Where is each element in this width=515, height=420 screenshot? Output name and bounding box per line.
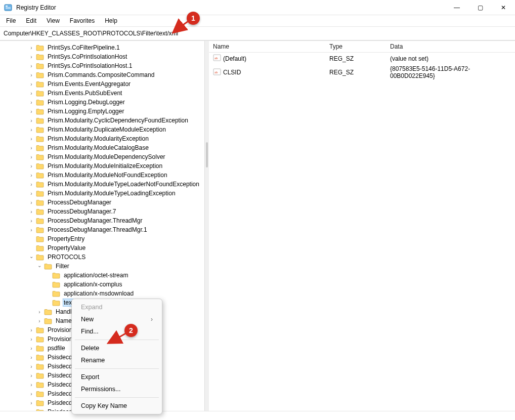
chevron-icon[interactable] — [28, 255, 34, 260]
chevron-icon[interactable] — [28, 72, 34, 78]
chevron-icon[interactable] — [28, 145, 34, 151]
tree-item[interactable]: Prism.Modularity.ModuleCatalogBase — [0, 143, 204, 152]
chevron-icon[interactable] — [28, 109, 34, 114]
tree-item[interactable]: Filter — [0, 262, 204, 271]
tree-item[interactable]: Prism.Logging.EmptyLogger — [0, 107, 204, 116]
folder-icon — [36, 154, 44, 160]
close-button[interactable]: ✕ — [492, 0, 515, 15]
tree-item[interactable]: Prism.Events.PubSubEvent — [0, 89, 204, 98]
menu-file[interactable]: File — [2, 16, 20, 25]
tree-item-label: Prism.Modularity.ModuleInitializeExcepti… — [47, 162, 163, 170]
svg-rect-2 — [6, 7, 11, 8]
chevron-icon[interactable] — [28, 337, 34, 342]
menu-view[interactable]: View — [42, 16, 64, 25]
tree-item[interactable]: Prism.Commands.CompositeCommand — [0, 70, 204, 79]
address-input[interactable] — [2, 28, 513, 38]
tree-item[interactable]: PropertyValue — [0, 243, 204, 253]
folder-icon — [36, 208, 44, 215]
tree-item[interactable]: ProcessDebugManager.ThreadMgr — [0, 216, 204, 225]
tree-item-label: ProcessDebugManager.7 — [47, 208, 117, 215]
chevron-icon[interactable] — [28, 400, 34, 406]
tree-item[interactable]: Prism.Modularity.ModularityException — [0, 134, 204, 143]
chevron-icon[interactable] — [28, 136, 34, 142]
chevron-icon[interactable] — [28, 200, 34, 205]
tree-item-label: Prism.Logging.DebugLogger — [47, 99, 126, 106]
chevron-icon[interactable] — [28, 364, 34, 369]
tree-item[interactable]: Prism.Modularity.ModuleInitializeExcepti… — [0, 161, 204, 171]
chevron-icon[interactable] — [28, 218, 34, 224]
col-data[interactable]: Data — [390, 43, 511, 50]
folder-icon — [36, 81, 44, 88]
menu-help[interactable]: Help — [101, 16, 121, 25]
tree-item[interactable]: application/x-complus — [0, 280, 204, 289]
folder-icon — [36, 400, 44, 406]
tree-item[interactable]: PrintSys.CoFilterPipeline.1 — [0, 43, 204, 52]
menu-edit[interactable]: Edit — [22, 16, 40, 25]
svg-text:ab: ab — [214, 56, 218, 60]
chevron-icon[interactable] — [28, 355, 34, 360]
chevron-icon[interactable] — [28, 163, 34, 169]
chevron-icon[interactable] — [28, 182, 34, 187]
tree-item[interactable]: PrintSys.CoPrintIsolationHost — [0, 52, 204, 61]
tree-item-label: Prism.Events.PubSubEvent — [47, 90, 123, 97]
tree-item[interactable]: ProcessDebugManager.7 — [0, 207, 204, 216]
chevron-icon[interactable] — [36, 264, 42, 269]
tree-item-label: Prism.Modularity.ModuleCatalogBase — [47, 144, 150, 151]
col-type[interactable]: Type — [329, 43, 390, 50]
chevron-icon[interactable] — [28, 154, 34, 160]
tree-item[interactable]: Prism.Logging.DebugLogger — [0, 98, 204, 107]
chevron-icon[interactable] — [28, 191, 34, 196]
tree-item[interactable]: ProcessDebugManager — [0, 198, 204, 207]
chevron-icon[interactable] — [28, 45, 34, 51]
value-row[interactable]: abCLSIDREG_SZ{807583E5-5146-11D5-A672-00… — [209, 64, 515, 80]
context-menu-item[interactable]: Copy Key Name — [72, 400, 162, 412]
chevron-icon[interactable] — [36, 309, 42, 315]
tree-item[interactable]: Prism.Events.EventAggregator — [0, 79, 204, 89]
chevron-icon[interactable] — [28, 373, 34, 379]
tree-item[interactable]: Prism.Modularity.ModuleDependencySolver — [0, 152, 204, 161]
chevron-icon[interactable] — [28, 100, 34, 105]
chevron-icon[interactable] — [28, 382, 34, 388]
tree-item[interactable]: PropertyEntry — [0, 234, 204, 243]
chevron-icon[interactable] — [28, 327, 34, 333]
tree-item[interactable]: PrintSys.CoPrintIsolationHost.1 — [0, 61, 204, 70]
context-menu-item[interactable]: Export — [72, 371, 162, 383]
chevron-icon[interactable] — [28, 54, 34, 60]
folder-icon — [36, 136, 44, 142]
tree-item[interactable]: Prism.Modularity.ModuleNotFoundException — [0, 171, 204, 180]
col-name[interactable]: Name — [213, 43, 329, 50]
context-menu-item[interactable]: New — [72, 313, 162, 325]
chevron-icon[interactable] — [28, 391, 34, 397]
context-menu-item[interactable]: Permissions... — [72, 383, 162, 395]
menu-favorites[interactable]: Favorites — [66, 16, 99, 25]
folder-icon — [36, 72, 44, 78]
chevron-icon[interactable] — [28, 209, 34, 215]
tree-item[interactable]: PROTOCOLS — [0, 253, 204, 262]
context-menu-item[interactable]: Delete — [72, 342, 162, 354]
menu-bar: File Edit View Favorites Help — [0, 15, 515, 27]
value-row[interactable]: ab(Default)REG_SZ(value not set) — [209, 53, 515, 64]
chevron-icon[interactable] — [28, 173, 34, 178]
maximize-button[interactable]: ▢ — [468, 0, 492, 15]
chevron-icon[interactable] — [28, 227, 34, 233]
splitter[interactable] — [205, 41, 209, 411]
chevron-icon[interactable] — [28, 63, 34, 69]
tree-item[interactable]: Prism.Modularity.CyclicDependencyFoundEx… — [0, 116, 204, 125]
tree-item[interactable]: application/octet-stream — [0, 271, 204, 280]
chevron-icon[interactable] — [28, 118, 34, 123]
context-menu-item[interactable]: Rename — [72, 354, 162, 366]
chevron-icon[interactable] — [28, 346, 34, 351]
tree-item[interactable]: Prism.Modularity.ModuleTypeLoadingExcept… — [0, 189, 204, 198]
context-menu-item[interactable]: Find... — [72, 325, 162, 338]
chevron-icon[interactable] — [28, 91, 34, 96]
tree-item[interactable]: application/x-msdownload — [0, 289, 204, 298]
chevron-icon[interactable] — [36, 318, 42, 324]
tree-item[interactable]: Prism.Modularity.ModuleTypeLoaderNotFoun… — [0, 180, 204, 189]
tree-item-label: PropertyValue — [47, 244, 87, 251]
tree-item-label: Prism.Modularity.ModuleNotFoundException — [47, 172, 168, 179]
minimize-button[interactable]: — — [445, 0, 468, 15]
tree-item[interactable]: Prism.Modularity.DuplicateModuleExceptio… — [0, 125, 204, 134]
chevron-icon[interactable] — [28, 127, 34, 133]
tree-item[interactable]: ProcessDebugManager.ThreadMgr.1 — [0, 225, 204, 234]
chevron-icon[interactable] — [28, 81, 34, 87]
